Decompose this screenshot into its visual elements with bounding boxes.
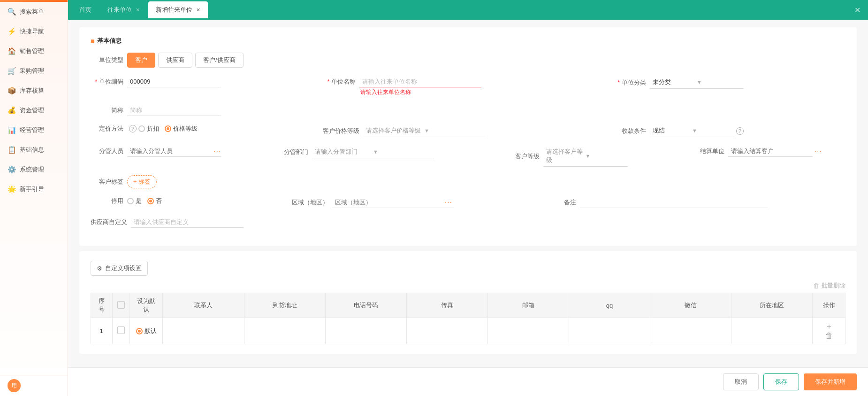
table-card: ⚙ 自定义项设置 🗑 批量删除 序号 设为默 <box>79 251 857 354</box>
th-wechat: 微信 <box>650 293 731 318</box>
row-delete-button[interactable]: 🗑 <box>823 332 835 340</box>
row-contact[interactable] <box>163 318 244 344</box>
th-checkbox <box>112 293 129 318</box>
sidebar-item-search[interactable]: 🔍 搜索菜单 <box>0 2 68 22</box>
basic-info-icon: 📋 <box>8 146 16 154</box>
manager-input[interactable] <box>127 146 212 156</box>
unit-name-input[interactable] <box>359 76 481 87</box>
unit-code-label: 单位编码 <box>91 78 123 86</box>
sidebar-item-label: 搜索菜单 <box>20 8 44 16</box>
search-menu-icon: 🔍 <box>8 8 16 16</box>
tag-add-button[interactable]: + 标签 <box>127 175 157 188</box>
unit-code-input[interactable] <box>127 76 221 87</box>
region-input[interactable] <box>332 197 443 208</box>
unit-type-customer[interactable]: 客户 <box>127 53 155 68</box>
sidebar-item-basic-info[interactable]: 📋 基础信息 <box>0 140 68 160</box>
customer-level-select[interactable]: 请选择客户等级 ▼ <box>543 146 628 167</box>
unit-category-select[interactable]: 未分类 ▼ <box>650 76 744 89</box>
cancel-button[interactable]: 取消 <box>723 373 759 390</box>
row-region[interactable] <box>731 318 813 344</box>
content-area: ■ 基本信息 单位类型 客户 供应商 客户/供应商 单位编码 <box>68 20 868 367</box>
batch-delete-button[interactable]: 🗑 批量删除 <box>813 281 845 290</box>
tab-new-trading-partner[interactable]: 新增往来单位 ✕ <box>148 1 208 18</box>
row-qq-input[interactable] <box>574 327 645 334</box>
batch-delete-label: 批量删除 <box>821 281 845 290</box>
sidebar-item-inventory[interactable]: 📦 库存核算 <box>0 81 68 101</box>
supplier-custom-input[interactable] <box>131 217 244 228</box>
supplier-custom-field: 供应商自定义 <box>91 217 845 228</box>
unit-type-supplier[interactable]: 供应商 <box>158 53 192 68</box>
dept-field: 分管部门 请输入分管部门 ▼ <box>275 146 507 158</box>
sidebar-item-label: 采购管理 <box>20 67 44 75</box>
manager-input-wrapper: ··· <box>127 146 221 157</box>
remarks-input[interactable] <box>580 197 768 208</box>
row-checkbox-cell <box>112 318 129 344</box>
row-fax[interactable] <box>406 318 487 344</box>
row-phone[interactable] <box>325 318 406 344</box>
payment-terms-select[interactable]: 现结 ▼ <box>650 124 734 137</box>
settlement-unit-more-btn[interactable]: ··· <box>813 147 824 155</box>
tab-home[interactable]: 首页 <box>72 1 99 18</box>
sidebar-item-newbie[interactable]: 🌟 新手引导 <box>0 179 68 199</box>
customer-price-level-label: 客户价格等级 <box>323 127 359 135</box>
save-button[interactable]: 保存 <box>763 373 799 390</box>
row-qq[interactable] <box>569 318 650 344</box>
row-checkbox[interactable] <box>117 326 125 334</box>
dept-placeholder: 请输入分管部门 <box>315 148 373 156</box>
disable-region-row: 停用 是 否 区域（地区） <box>91 197 845 208</box>
row-delivery-input[interactable] <box>249 327 320 334</box>
save-new-button[interactable]: 保存并新增 <box>804 373 857 390</box>
abbr-input[interactable] <box>127 105 221 116</box>
row-contact-input[interactable] <box>168 327 239 334</box>
inventory-icon: 📦 <box>8 86 16 95</box>
settlement-unit-input[interactable] <box>728 146 813 156</box>
disable-no-label: 否 <box>156 197 162 205</box>
tab-bar-close-button[interactable]: ✕ <box>851 4 864 16</box>
unit-category-label: 单位分类 <box>613 78 646 87</box>
disable-radio-group: 是 否 <box>127 197 162 205</box>
row-default-radio-circle[interactable] <box>136 328 143 334</box>
sidebar-item-operations[interactable]: 📊 经营管理 <box>0 120 68 140</box>
th-delivery-addr: 到货地址 <box>244 293 325 318</box>
th-region: 所在地区 <box>731 293 813 318</box>
region-more-btn[interactable]: ··· <box>443 198 454 207</box>
select-all-checkbox[interactable] <box>117 301 125 309</box>
custom-settings-button[interactable]: ⚙ 自定义项设置 <box>91 261 148 276</box>
disable-no[interactable]: 否 <box>147 197 162 205</box>
form-card: ■ 基本信息 单位类型 客户 供应商 客户/供应商 单位编码 <box>79 27 857 246</box>
row-wechat-input[interactable] <box>655 327 726 334</box>
unit-category-value: 未分类 <box>653 78 697 86</box>
tab-trading-partners[interactable]: 往来单位 ✕ <box>100 1 147 18</box>
sidebar-item-purchase[interactable]: 🛒 采购管理 <box>0 61 68 81</box>
payment-help-icon[interactable]: ? <box>736 127 744 135</box>
row-email[interactable] <box>487 318 569 344</box>
batch-delete-icon: 🗑 <box>813 282 819 289</box>
row-wechat[interactable] <box>650 318 731 344</box>
sidebar-item-system[interactable]: ⚙️ 系统管理 <box>0 160 68 179</box>
row-delivery-addr[interactable] <box>244 318 325 344</box>
unit-type-both[interactable]: 客户/供应商 <box>195 53 244 68</box>
batch-actions: 🗑 批量删除 <box>91 281 845 290</box>
pricing-radio-discount[interactable]: 折扣 <box>138 124 159 133</box>
row-add-button[interactable]: ＋ <box>823 322 835 332</box>
pricing-radio-level[interactable]: 价格等级 <box>165 124 198 133</box>
disable-label: 停用 <box>91 197 123 205</box>
tab-new-trading-partner-close[interactable]: ✕ <box>196 7 200 13</box>
dept-select[interactable]: 请输入分管部门 ▼ <box>312 146 434 158</box>
tab-trading-partners-close[interactable]: ✕ <box>136 7 140 13</box>
sidebar-item-label: 新手引导 <box>20 185 44 194</box>
disable-yes[interactable]: 是 <box>127 197 142 205</box>
row-email-input[interactable] <box>493 327 564 334</box>
sidebar-item-sales[interactable]: 🏠 销售管理 <box>0 41 68 61</box>
sidebar-item-quick-nav[interactable]: ⚡ 快捷导航 <box>0 22 68 41</box>
customer-price-level-select[interactable]: 请选择客户价格等级 ▼ <box>363 124 485 137</box>
row-region-input[interactable] <box>736 327 807 334</box>
manager-more-btn[interactable]: ··· <box>212 147 223 155</box>
operations-icon: 📊 <box>8 126 16 134</box>
row-phone-input[interactable] <box>330 327 402 334</box>
sidebar: 🔍 搜索菜单 ⚡ 快捷导航 🏠 销售管理 🛒 采购管理 📦 库存核算 💰 资金管… <box>0 0 68 396</box>
pricing-help-icon[interactable]: ? <box>129 125 137 132</box>
row-fax-input[interactable] <box>411 327 483 334</box>
region-label: 区域（地区） <box>292 198 328 207</box>
sidebar-item-finance[interactable]: 💰 资金管理 <box>0 101 68 120</box>
